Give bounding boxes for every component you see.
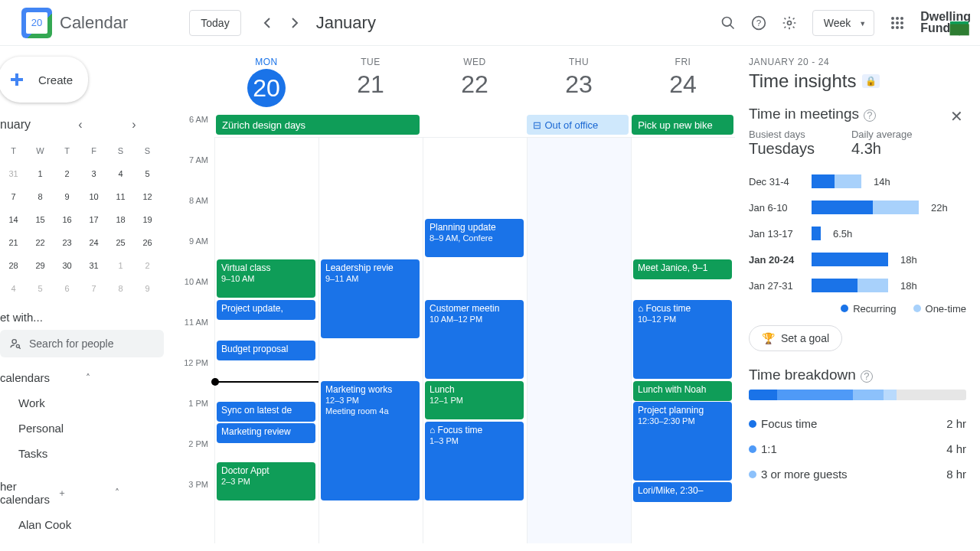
breakdown-row[interactable]: 1:14 hr (749, 436, 966, 461)
day-column[interactable]: Leadership revie9–11 AMMarketing works12… (318, 138, 423, 543)
mini-day[interactable]: 18 (107, 208, 134, 231)
allday-event[interactable]: Pick up new bike (632, 115, 733, 135)
mini-day[interactable]: 26 (134, 231, 161, 254)
calendar-event[interactable]: Customer meetin10 AM–12 PM (425, 300, 524, 379)
set-goal-button[interactable]: 🏆Set a goal (749, 325, 842, 351)
mini-day[interactable]: 12 (134, 185, 161, 208)
mini-day[interactable]: 19 (134, 208, 161, 231)
calendar-event[interactable]: Doctor Appt2–3 PM (217, 462, 315, 500)
day-header[interactable]: THU23 (527, 46, 631, 115)
calendar-item[interactable]: Alan Cook (0, 512, 164, 537)
close-icon[interactable]: ✕ (950, 107, 963, 126)
mini-day[interactable]: 30 (54, 254, 80, 277)
mini-day[interactable]: 16 (54, 208, 80, 231)
calendar-event[interactable]: Lunch12–1 PM (425, 381, 524, 419)
day-column[interactable] (527, 138, 631, 543)
other-calendars-header[interactable]: her calendars ＋ ˄ (0, 480, 164, 506)
day-header[interactable]: TUE21 (318, 46, 423, 115)
allday-event[interactable]: ⊟Out of office (527, 115, 629, 135)
allday-slot[interactable]: Zürich design days (214, 115, 421, 137)
calendar-event[interactable]: Virtual class9–10 AM (217, 259, 315, 298)
breakdown-row[interactable]: 3 or more guests8 hr (749, 461, 966, 487)
mini-day[interactable]: 29 (27, 254, 54, 277)
add-calendar-icon[interactable]: ＋ (57, 487, 106, 500)
calendar-event[interactable]: Marketing review (217, 423, 315, 443)
mini-day[interactable]: 4 (0, 277, 27, 300)
mini-day[interactable]: 24 (80, 231, 107, 254)
my-calendars-header[interactable]: calendars ˄ (0, 371, 164, 384)
day-header[interactable]: WED22 (423, 46, 527, 115)
mini-calendar[interactable]: TWTFSS3112345789101112141516171819212223… (0, 139, 161, 300)
allday-slot[interactable]: Pick up new bike (630, 115, 735, 137)
calendar-event[interactable]: Lunch with Noah (633, 381, 732, 401)
calendar-event[interactable]: Budget proposal (217, 341, 315, 360)
mini-day[interactable]: 8 (27, 185, 54, 208)
day-column[interactable]: Virtual class9–10 AMProject update,Budge… (214, 138, 318, 543)
mini-day[interactable]: 31 (0, 162, 27, 185)
breakdown-row[interactable]: Focus time2 hr (749, 411, 966, 436)
calendar-event[interactable]: Lori/Mike, 2:30– (633, 482, 732, 502)
mini-day[interactable]: 11 (107, 185, 134, 208)
calendar-event[interactable]: Project planning12:30–2:30 PM (633, 402, 732, 481)
mini-day[interactable]: 3 (80, 162, 107, 185)
mini-day[interactable]: 21 (0, 231, 27, 254)
allday-slot[interactable] (421, 115, 526, 137)
mini-day[interactable]: 7 (80, 277, 107, 300)
calendar-item[interactable]: Personal (0, 416, 164, 441)
calendar-event[interactable]: Sync on latest de (217, 402, 315, 422)
mini-day[interactable]: 5 (134, 162, 161, 185)
mini-day[interactable]: 28 (0, 254, 27, 277)
today-button[interactable]: Today (189, 10, 240, 36)
day-column[interactable]: Planning update8–9 AM, ConfereCustomer m… (423, 138, 527, 543)
info-icon[interactable]: ? (861, 370, 873, 383)
week-bar-row[interactable]: Jan 20-2418h (749, 246, 966, 272)
week-bar-row[interactable]: Jan 13-176.5h (749, 220, 966, 246)
mini-day[interactable]: 6 (54, 277, 80, 300)
calendar-event[interactable]: ⌂ Focus time10–12 PM (633, 300, 732, 379)
mini-day[interactable]: 9 (134, 277, 161, 300)
calendar-event[interactable]: Project update, (217, 300, 315, 320)
help-icon[interactable]: ? (743, 8, 774, 38)
mini-next-icon[interactable]: › (107, 118, 161, 132)
mini-day[interactable]: 15 (27, 208, 54, 231)
next-period-button[interactable] (281, 9, 309, 37)
mini-day[interactable]: 5 (27, 277, 54, 300)
settings-icon[interactable] (774, 8, 805, 38)
mini-day[interactable]: 7 (0, 185, 27, 208)
week-bar-row[interactable]: Jan 6-1022h (749, 194, 966, 220)
day-header[interactable]: MON20 (214, 46, 318, 115)
prev-period-button[interactable] (253, 9, 281, 37)
mini-day[interactable]: 25 (107, 231, 134, 254)
mini-day[interactable]: 14 (0, 208, 27, 231)
mini-prev-icon[interactable]: ‹ (54, 118, 107, 132)
mini-day[interactable]: 17 (80, 208, 107, 231)
mini-day[interactable]: 4 (107, 162, 134, 185)
week-bar-row[interactable]: Dec 31-414h (749, 168, 966, 194)
mini-day[interactable]: 23 (54, 231, 80, 254)
mini-day[interactable]: 10 (80, 185, 107, 208)
allday-slot[interactable]: ⊟Out of office (525, 115, 630, 137)
calendar-event[interactable]: Leadership revie9–11 AM (321, 259, 420, 338)
mini-day[interactable]: 2 (54, 162, 80, 185)
create-button[interactable]: Create (0, 57, 88, 103)
mini-day[interactable]: 2 (134, 254, 161, 277)
mini-day[interactable]: 8 (107, 277, 134, 300)
calendar-event[interactable]: Planning update8–9 AM, Confere (425, 219, 524, 257)
mini-day[interactable]: 1 (107, 254, 134, 277)
calendar-item[interactable]: Tasks (0, 441, 164, 466)
mini-day[interactable]: 9 (54, 185, 80, 208)
apps-icon[interactable] (882, 8, 913, 38)
info-icon[interactable]: ? (864, 109, 876, 122)
day-column[interactable]: Meet Janice, 9–1⌂ Focus time10–12 PMLunc… (631, 138, 735, 543)
time-slots[interactable]: Virtual class9–10 AMProject update,Budge… (214, 138, 735, 543)
mini-day[interactable]: 31 (80, 254, 107, 277)
mini-day[interactable]: 1 (27, 162, 54, 185)
search-icon[interactable] (713, 8, 743, 38)
allday-event[interactable]: Zürich design days (216, 115, 420, 135)
week-bar-row[interactable]: Jan 27-3118h (749, 272, 966, 298)
calendar-event[interactable]: Marketing works12–3 PMMeeting room 4a (321, 381, 420, 500)
day-header[interactable]: FRI24 (631, 46, 735, 115)
calendar-event[interactable]: ⌂ Focus time1–3 PM (425, 422, 524, 500)
view-select[interactable]: Week (812, 10, 875, 36)
calendar-event[interactable]: Meet Janice, 9–1 (633, 259, 732, 279)
